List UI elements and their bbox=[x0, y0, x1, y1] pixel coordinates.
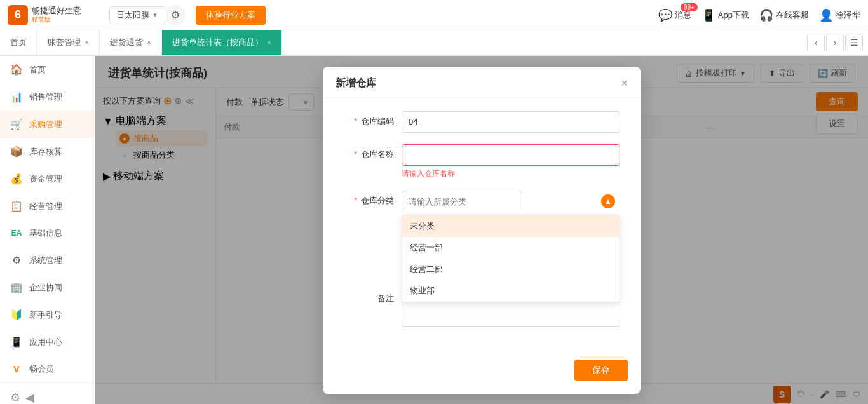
modal-header: 新增仓库 × bbox=[323, 67, 641, 98]
sidebar-item-finance[interactable]: 💰 资金管理 bbox=[0, 165, 95, 192]
sidebar-item-system[interactable]: ⚙ 系统管理 bbox=[0, 246, 95, 274]
tab-accounts-label: 账套管理 bbox=[48, 37, 81, 48]
service-label: 在线客服 bbox=[776, 10, 809, 21]
modal-body: * 仓库编码 * 仓库名称 bbox=[323, 98, 641, 353]
sidebar-item-newbie[interactable]: 🔰 新手引导 bbox=[0, 301, 95, 328]
dropdown-item-unclassified[interactable]: 未分类 bbox=[402, 215, 620, 237]
purchase-icon: 🛒 bbox=[10, 118, 23, 130]
sidebar-label-purchase: 采购管理 bbox=[29, 119, 62, 130]
code-input[interactable] bbox=[402, 111, 620, 133]
message-area[interactable]: 💬 消息 99+ bbox=[658, 8, 691, 22]
tab-purchase-stat[interactable]: 进货单统计表（按商品） × bbox=[162, 30, 282, 55]
top-center: ⚙ 体验行业方案 bbox=[165, 5, 658, 25]
app-download-area[interactable]: 📱 App下载 bbox=[702, 8, 749, 22]
category-input[interactable] bbox=[402, 191, 522, 212]
sidebar-item-stock[interactable]: 📦 库存核算 bbox=[0, 138, 95, 165]
home-icon: 🏠 bbox=[10, 64, 23, 76]
modal-footer: 保存 bbox=[323, 353, 641, 394]
finance-icon: 💰 bbox=[10, 173, 23, 185]
stock-icon: 📦 bbox=[10, 145, 23, 158]
tab-purchase-return[interactable]: 进货退货 × bbox=[100, 30, 162, 55]
tab-home-label: 首页 bbox=[10, 37, 27, 48]
sidebar-label-home: 首页 bbox=[29, 64, 46, 76]
sidebar-item-vip[interactable]: V 畅会员 bbox=[0, 356, 95, 382]
tab-menu-btn[interactable]: ☰ bbox=[845, 34, 863, 51]
tab-accounts-close[interactable]: × bbox=[85, 38, 89, 47]
name-input[interactable] bbox=[402, 144, 620, 166]
logo-icon: 6 bbox=[8, 5, 28, 25]
phone-icon: 📱 bbox=[702, 8, 715, 22]
operation-icon: 📋 bbox=[10, 200, 23, 212]
modal-close-button[interactable]: × bbox=[621, 77, 628, 90]
sidebar-item-operation[interactable]: 📋 经营管理 bbox=[0, 192, 95, 220]
message-badge: 99+ bbox=[681, 3, 698, 11]
store-name: 日太阳膜 bbox=[116, 10, 149, 21]
service-area[interactable]: 🎧 在线客服 bbox=[759, 8, 809, 22]
dropdown-item-dept1[interactable]: 经营一部 bbox=[402, 237, 620, 259]
sidebar-item-collab[interactable]: 🏢 企业协同 bbox=[0, 274, 95, 301]
name-field-row: * 仓库名称 请输入仓库名称 bbox=[343, 144, 620, 179]
sidebar-label-system: 系统管理 bbox=[29, 255, 62, 266]
main-layout: 🏠 首页 📊 销售管理 🛒 采购管理 📦 库存核算 💰 资金管理 📋 经营管理 … bbox=[0, 56, 868, 404]
brand-name: 畅捷通好生意 bbox=[32, 6, 81, 16]
sidebar-label-stock: 库存核算 bbox=[29, 146, 62, 158]
modal-title: 新增仓库 bbox=[336, 77, 376, 90]
sidebar-label-basic: 基础信息 bbox=[29, 227, 62, 239]
sidebar-collapse-icon[interactable]: ◀ bbox=[25, 391, 34, 404]
sidebar-label-vip: 畅会员 bbox=[29, 363, 54, 375]
category-dropdown: 未分类 经营一部 经营二部 物业部 bbox=[402, 215, 620, 302]
category-label: * 仓库分类 bbox=[343, 191, 394, 206]
name-label: * 仓库名称 bbox=[343, 144, 394, 166]
sidebar-item-appcenter[interactable]: 📱 应用中心 bbox=[0, 328, 95, 356]
sidebar-label-newbie: 新手引导 bbox=[29, 309, 62, 321]
category-field-row: * 仓库分类 ▲ 未分类 经 bbox=[343, 191, 620, 212]
tab-home[interactable]: 首页 bbox=[0, 30, 37, 55]
sidebar: 🏠 首页 📊 销售管理 🛒 采购管理 📦 库存核算 💰 资金管理 📋 经营管理 … bbox=[0, 56, 95, 404]
sidebar-label-collab: 企业协同 bbox=[29, 282, 62, 293]
sidebar-item-purchase[interactable]: 🛒 采购管理 bbox=[0, 111, 95, 138]
logo-area: 6 畅捷通好生意 精英版 bbox=[8, 5, 103, 25]
tab-accounts[interactable]: 账套管理 × bbox=[37, 30, 100, 55]
appcenter-icon: 📱 bbox=[10, 336, 23, 348]
sidebar-label-finance: 资金管理 bbox=[29, 173, 62, 185]
brand-sub: 精英版 bbox=[32, 15, 81, 24]
sidebar-item-sales[interactable]: 📊 销售管理 bbox=[0, 83, 95, 111]
dropdown-item-dept3[interactable]: 物业部 bbox=[402, 280, 620, 302]
tab-purchase-stat-close[interactable]: × bbox=[267, 38, 271, 47]
name-error-msg: 请输入仓库名称 bbox=[402, 169, 455, 178]
code-label: * 仓库编码 bbox=[343, 111, 394, 127]
user-icon: 👤 bbox=[819, 8, 833, 22]
tab-right-controls: ‹ › ☰ bbox=[807, 34, 868, 51]
vip-icon: V bbox=[10, 364, 23, 374]
headset-icon: 🎧 bbox=[759, 8, 773, 22]
sidebar-item-basic[interactable]: EA 基础信息 bbox=[0, 220, 95, 246]
tab-prev-btn[interactable]: ‹ bbox=[807, 34, 825, 51]
dropdown-item-dept2[interactable]: 经营二部 bbox=[402, 259, 620, 280]
top-bar: 6 畅捷通好生意 精英版 日太阳膜 ▼ ⚙ 体验行业方案 💬 消息 99+ 📱 … bbox=[0, 0, 868, 30]
remark-label: 备注 bbox=[343, 288, 394, 304]
newbie-icon: 🔰 bbox=[10, 309, 23, 321]
user-area[interactable]: 👤 徐泽华 bbox=[819, 8, 860, 22]
username: 徐泽华 bbox=[836, 10, 860, 21]
tab-purchase-return-label: 进货退货 bbox=[110, 37, 143, 48]
store-selector[interactable]: 日太阳膜 ▼ bbox=[109, 6, 165, 24]
save-button[interactable]: 保存 bbox=[574, 360, 628, 381]
gear-icon: ⚙ bbox=[171, 9, 180, 21]
app-label: App下载 bbox=[718, 10, 749, 21]
sidebar-item-home[interactable]: 🏠 首页 bbox=[0, 56, 95, 83]
category-toggle-button[interactable]: ▲ bbox=[601, 194, 615, 208]
system-icon: ⚙ bbox=[10, 254, 23, 266]
basic-icon: EA bbox=[10, 229, 23, 238]
new-warehouse-modal: 新增仓库 × * 仓库编码 bbox=[323, 67, 641, 394]
tab-next-btn[interactable]: › bbox=[826, 34, 844, 51]
modal-overlay: 新增仓库 × * 仓库编码 bbox=[95, 56, 868, 404]
tab-bar: 首页 账套管理 × 进货退货 × 进货单统计表（按商品） × ‹ › ☰ bbox=[0, 30, 868, 56]
settings-icon[interactable]: ⚙ bbox=[10, 391, 20, 404]
message-icon: 💬 bbox=[658, 8, 672, 22]
store-arrow-icon: ▼ bbox=[152, 11, 158, 18]
trial-button[interactable]: 体验行业方案 bbox=[196, 6, 266, 25]
gear-button[interactable]: ⚙ bbox=[165, 5, 186, 25]
top-right: 💬 消息 99+ 📱 App下载 🎧 在线客服 👤 徐泽华 bbox=[658, 8, 860, 22]
tab-purchase-return-close[interactable]: × bbox=[147, 38, 151, 47]
sidebar-label-operation: 经营管理 bbox=[29, 201, 62, 212]
